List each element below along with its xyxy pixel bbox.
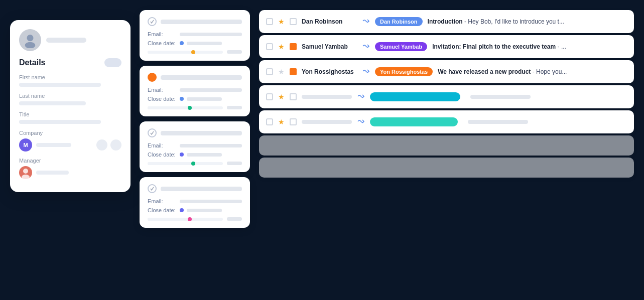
email-subject-bar-5 [468, 120, 528, 124]
email-row-4[interactable]: ★ [259, 85, 634, 108]
company-left: M [19, 138, 71, 152]
company-field: Company M [19, 130, 121, 152]
deal-progress-dot-4 [188, 217, 192, 221]
email-msg-icon-2 [290, 43, 297, 50]
deal-header-2 [148, 73, 242, 82]
email-star-4[interactable]: ★ [278, 93, 285, 101]
manager-label: Manager [19, 158, 121, 164]
email-checkbox-3[interactable] [266, 68, 273, 75]
deal-progress-container-1 [148, 51, 223, 54]
deal-progress-dot-2 [188, 106, 192, 110]
company-row: M [19, 138, 121, 152]
deal-email-row-3: Email: [148, 142, 242, 148]
deal-progress-label-4 [227, 217, 242, 221]
svg-point-0 [27, 35, 33, 41]
deal-date-dot-1 [180, 41, 184, 45]
email-row-1[interactable]: ★ Dan Robinson Dan Robinson Introduction… [259, 10, 634, 33]
email-sender-3: Yon Rossighostas [302, 68, 357, 75]
check-icon-4 [150, 186, 155, 191]
email-subject-2: Invitation: Final pitch to the executive… [432, 43, 627, 50]
deal-progress-label-3 [227, 162, 242, 165]
svg-point-1 [25, 42, 35, 48]
email-action-icon-3 [362, 67, 370, 77]
deal-card-3: Email: Close date: [140, 121, 250, 172]
deal-header-3 [148, 128, 242, 137]
manager-name-bar [36, 171, 69, 175]
deal-date-label-3: Close date: [148, 152, 177, 158]
deal-check-3[interactable] [148, 128, 157, 137]
manager-person-icon [19, 166, 32, 179]
details-card: Details First name Last name Title Compa… [10, 20, 131, 192]
email-star-1[interactable]: ★ [278, 18, 285, 26]
deal-date-dot-4 [180, 208, 184, 212]
deal-header-1 [148, 17, 242, 26]
deal-date-row-2: Close date: [148, 96, 242, 102]
email-checkbox-5[interactable] [266, 118, 273, 125]
email-row-3[interactable]: ★ Yon Rossighostas Yon Rossighostas We h… [259, 60, 634, 83]
email-subject-rest-3: - Hope you... [533, 68, 567, 75]
deal-email-bar-3 [180, 144, 242, 147]
deal-progress-row-1 [148, 50, 242, 54]
deal-progress-dot-1 [191, 50, 195, 54]
email-progress-bar-4 [370, 92, 460, 101]
deal-progress-fill-4 [148, 218, 189, 221]
company-name-bar [36, 143, 71, 147]
details-toggle[interactable] [104, 58, 121, 67]
deal-check-4[interactable] [148, 184, 157, 193]
first-name-field: First name [19, 74, 121, 87]
title-field: Title [19, 111, 121, 124]
check-icon-3 [150, 130, 155, 135]
deal-progress-row-2 [148, 106, 242, 109]
email-row-2[interactable]: ★ Samuel Yambab Samuel Yambab Invitation… [259, 35, 634, 58]
email-subject-bold-1: Introduction [428, 18, 463, 25]
deal-email-label-2: Email: [148, 87, 177, 93]
deal-check-2[interactable] [148, 73, 157, 82]
email-badge-2: Samuel Yambab [375, 42, 427, 51]
email-msg-icon-1 [290, 18, 297, 25]
last-name-value-bar [19, 101, 86, 105]
email-row-5[interactable]: ★ [259, 110, 634, 133]
deal-progress-row-4 [148, 217, 242, 221]
email-action-icon-4 [357, 92, 365, 102]
deal-email-row-2: Email: [148, 87, 242, 93]
email-action-icon-2 [362, 42, 370, 52]
deal-check-1[interactable] [148, 17, 157, 26]
email-star-5[interactable]: ★ [278, 118, 285, 126]
deal-date-dot-3 [180, 153, 184, 157]
email-star-3[interactable]: ★ [278, 68, 285, 76]
email-star-2[interactable]: ★ [278, 43, 285, 51]
first-name-label: First name [19, 74, 121, 80]
deal-progress-container-4 [148, 218, 223, 221]
deal-email-bar-4 [180, 200, 242, 203]
deal-email-bar-1 [180, 33, 242, 36]
deal-date-dot-2 [180, 97, 184, 101]
email-sender-bar-5 [302, 120, 352, 124]
deal-email-bar-2 [180, 88, 242, 92]
email-row-7 [259, 158, 634, 178]
avatar-section [19, 29, 121, 51]
deal-progress-dot-3 [191, 162, 195, 166]
deal-date-bar-4 [187, 209, 222, 212]
company-action-1[interactable] [96, 139, 107, 151]
company-action-2[interactable] [110, 139, 121, 151]
company-actions [96, 139, 121, 151]
deal-progress-fill-2 [148, 106, 189, 109]
deal-card-4: Email: Close date: [140, 177, 250, 228]
manager-avatar [19, 166, 32, 179]
email-checkbox-4[interactable] [266, 93, 273, 100]
deal-date-label-2: Close date: [148, 96, 177, 102]
email-subject-1: Introduction - Hey Bob, I'd like to intr… [428, 18, 627, 25]
deal-title-bar-4 [161, 187, 242, 191]
deal-date-row-3: Close date: [148, 152, 242, 158]
deal-progress-fill-1 [148, 51, 193, 54]
deal-email-label-3: Email: [148, 142, 177, 148]
deal-email-label-4: Email: [148, 198, 177, 204]
deal-progress-label-1 [227, 50, 242, 54]
person-icon [22, 32, 38, 48]
last-name-label: Last name [19, 93, 121, 99]
deal-progress-label-2 [227, 106, 242, 109]
company-badge: M [19, 138, 32, 152]
email-checkbox-1[interactable] [266, 18, 273, 25]
email-checkbox-2[interactable] [266, 43, 273, 50]
first-name-value-bar [19, 83, 101, 87]
